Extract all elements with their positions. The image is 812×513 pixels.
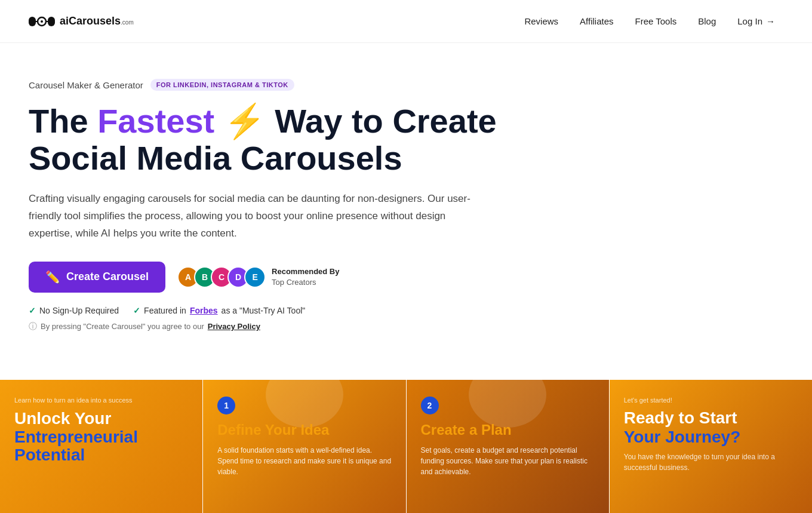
recommendations: A B C D E Recommended By Top Creators	[177, 266, 339, 288]
svg-rect-0	[29, 17, 36, 26]
hero-section: Carousel Maker & Generator FOR LINKEDIN,…	[0, 43, 585, 356]
hero-label-row: Carousel Maker & Generator FOR LINKEDIN,…	[29, 79, 556, 91]
nav-reviews[interactable]: Reviews	[516, 13, 567, 30]
carousel-preview: Learn how to turn an idea into a success…	[0, 380, 812, 513]
hero-description: Crafting visually engaging carousels for…	[29, 191, 470, 242]
svg-point-2	[41, 20, 43, 23]
avatar-group: A B C D E	[177, 266, 266, 288]
privacy-notice: ⓘ By pressing "Create Carousel" you agre…	[29, 321, 556, 332]
carousel-card-3: 2 Create a Plan Set goals, create a budg…	[407, 380, 609, 513]
recommendation-text: Recommended By Top Creators	[272, 266, 339, 288]
card-2-number: 1	[217, 397, 235, 414]
card-4-body: You have the knowledge to turn your idea…	[624, 451, 798, 473]
hero-badge: FOR LINKEDIN, INSTAGRAM & TIKTOK	[150, 79, 294, 91]
privacy-policy-link[interactable]: Privacy Policy	[208, 322, 260, 331]
hero-label-text: Carousel Maker & Generator	[29, 80, 143, 90]
card-3-title: Create a Plan	[421, 422, 595, 439]
nav-links: Reviews Affiliates Free Tools Blog Log I…	[516, 13, 783, 30]
logo[interactable]: aiCarousels.com	[29, 13, 134, 30]
card-4-title: Ready to Start Your Journey?	[624, 408, 798, 447]
card-2-body: A solid foundation starts with a well-de…	[217, 445, 391, 477]
card-2-title: Define Your Idea	[217, 422, 391, 439]
create-carousel-button[interactable]: ✏️ Create Carousel	[29, 262, 165, 293]
carousel-card-1: Learn how to turn an idea into a success…	[0, 380, 202, 513]
check-icon-1: ✓	[29, 306, 36, 315]
check-icon-2: ✓	[133, 306, 140, 315]
trust-badges: ✓ No Sign-Up Required ✓ Featured in Forb…	[29, 306, 556, 315]
card-4-eyebrow: Let's get started!	[624, 397, 798, 404]
nav-affiliates[interactable]: Affiliates	[571, 13, 622, 30]
card-3-number: 2	[421, 397, 439, 414]
card-3-body: Set goals, create a budget and research …	[421, 445, 595, 477]
avatar-5: E	[244, 266, 266, 288]
nav-blog[interactable]: Blog	[690, 13, 724, 30]
forbes-link[interactable]: Forbes	[190, 306, 218, 315]
hero-title: The Fastest ⚡ Way to Create Social Media…	[29, 103, 556, 176]
carousel-card-2: 1 Define Your Idea A solid foundation st…	[203, 380, 405, 513]
info-icon: ⓘ	[29, 321, 37, 332]
edit-icon: ✏️	[45, 270, 60, 284]
card-1-eyebrow: Learn how to turn an idea into a success	[14, 397, 188, 404]
check-forbes: ✓ Featured in Forbes as a "Must-Try AI T…	[133, 306, 305, 315]
logo-label: aiCarousels.com	[60, 15, 134, 27]
navbar: aiCarousels.com Reviews Affiliates Free …	[0, 0, 812, 43]
card-1-title: Unlock YourEntrepreneurialPotential	[14, 410, 188, 465]
check-no-signup: ✓ No Sign-Up Required	[29, 306, 119, 315]
nav-login[interactable]: Log In →	[729, 13, 783, 30]
svg-rect-3	[48, 17, 55, 26]
logo-icon	[29, 13, 55, 30]
nav-free-tools[interactable]: Free Tools	[626, 13, 685, 30]
carousel-card-4: Let's get started! Ready to Start Your J…	[610, 380, 812, 513]
cta-row: ✏️ Create Carousel A B C D E Recommended…	[29, 262, 556, 293]
